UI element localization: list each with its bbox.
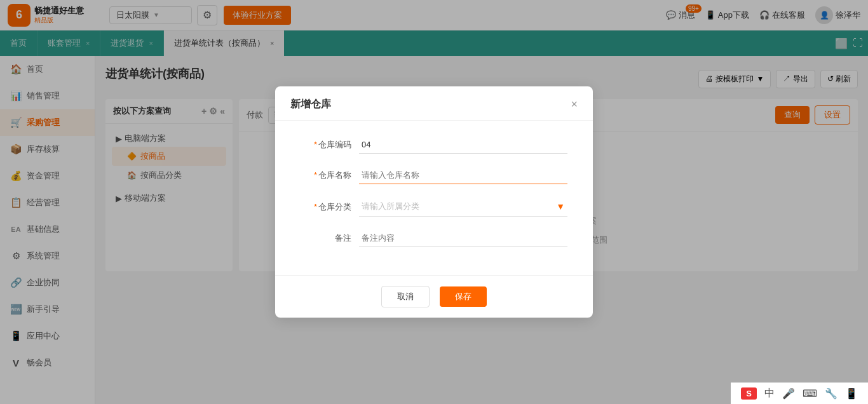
form-row-remark: 备注 [301, 229, 567, 247]
add-warehouse-modal: 新增仓库 × 仓库编码 仓库名称 仓库分类 请输入所属分类 ▼ [275, 86, 593, 318]
code-label: 仓库编码 [301, 139, 351, 151]
remark-label: 备注 [301, 232, 351, 244]
mic-icon[interactable]: 🎤 [782, 387, 795, 400]
modal-title: 新增仓库 [290, 98, 331, 111]
form-row-name: 仓库名称 [301, 166, 567, 184]
statusbar: S 中 🎤 ⌨ 🔧 📱 [731, 382, 868, 404]
category-placeholder: 请输入所属分类 [362, 201, 556, 212]
keyboard-icon[interactable]: ⌨ [803, 387, 817, 400]
form-row-code: 仓库编码 [301, 136, 567, 154]
category-label: 仓库分类 [301, 201, 351, 213]
remark-input[interactable] [359, 229, 567, 247]
modal-body: 仓库编码 仓库名称 仓库分类 请输入所属分类 ▼ 备注 [275, 121, 593, 275]
modal-close-button[interactable]: × [571, 98, 578, 111]
cancel-button[interactable]: 取消 [381, 286, 430, 307]
name-label: 仓库名称 [301, 170, 351, 181]
form-row-category: 仓库分类 请输入所属分类 ▼ [301, 197, 567, 217]
modal-footer: 取消 保存 [275, 275, 593, 318]
s-logo[interactable]: S [741, 387, 757, 400]
code-input[interactable] [359, 136, 567, 154]
modal-overlay[interactable]: 新增仓库 × 仓库编码 仓库名称 仓库分类 请输入所属分类 ▼ [0, 0, 868, 404]
name-input[interactable] [359, 166, 567, 184]
save-button[interactable]: 保存 [440, 286, 487, 307]
category-dropdown-icon: ▼ [556, 201, 565, 212]
mobile-icon[interactable]: 📱 [845, 387, 858, 400]
tools-icon[interactable]: 🔧 [825, 387, 837, 400]
category-select[interactable]: 请输入所属分类 ▼ [359, 197, 567, 217]
modal-header: 新增仓库 × [275, 86, 593, 121]
language-icon[interactable]: 中 [764, 387, 775, 400]
